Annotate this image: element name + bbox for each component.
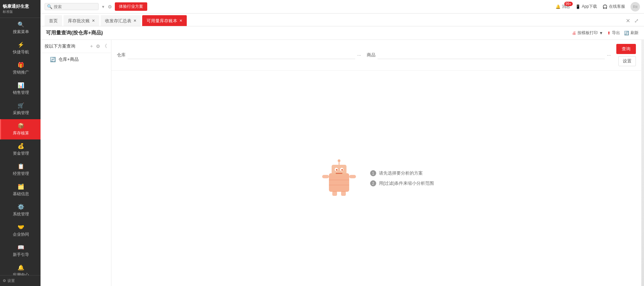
sidebar-item-newbie[interactable]: 📖新手引导 bbox=[0, 241, 41, 261]
scheme-item-warehouse-goods[interactable]: 🔄 仓库+商品 bbox=[41, 53, 111, 66]
hint-1-text: 请先选择要分析的方案 bbox=[379, 170, 423, 176]
sidebar-item-basics[interactable]: 🗂️基础信息 bbox=[0, 180, 41, 200]
hint-2-text: 用[过滤]条件来缩小分析范围 bbox=[379, 180, 434, 186]
sidebar-label-search: 搜索菜单 bbox=[13, 29, 29, 35]
refresh-label: 刷新 bbox=[630, 30, 639, 36]
tab-batch_accounts[interactable]: 库存批次账✕ bbox=[63, 15, 99, 26]
sidebar-item-marketing_promo[interactable]: 🎁营销推广 bbox=[0, 58, 41, 79]
main-area: 🔍 ▼ ⚙ 体验行业方案 🔔 消息 99+ 📱 App下载 🎧 在线客服 Rit bbox=[41, 0, 644, 286]
sidebar-label-shortcut: 快捷导航 bbox=[13, 49, 29, 55]
svg-point-4 bbox=[336, 169, 337, 171]
avatar[interactable]: Rit bbox=[630, 2, 640, 11]
add-scheme-icon[interactable]: ＋ bbox=[89, 43, 94, 49]
svg-rect-1 bbox=[332, 165, 346, 176]
svg-rect-6 bbox=[336, 173, 342, 174]
sidebar-item-sales[interactable]: 📊销售管理 bbox=[0, 79, 41, 99]
sidebar-item-inventory[interactable]: 📦库存核算 bbox=[0, 119, 41, 139]
warehouse-more-icon[interactable]: ··· bbox=[357, 52, 361, 58]
operations-icon: 📋 bbox=[18, 163, 24, 170]
notifications-item[interactable]: 🔔 消息 99+ bbox=[556, 4, 570, 9]
svg-point-14 bbox=[338, 159, 340, 162]
sidebar-logo: 畅康通好生意 标准版 bbox=[0, 0, 41, 18]
close-tab-receive_summary[interactable]: ✕ bbox=[133, 19, 136, 23]
tab-home[interactable]: 首页 bbox=[45, 15, 62, 26]
print-dropdown-icon: ▼ bbox=[599, 31, 603, 35]
print-template-action[interactable]: 🖨 按模板打印 ▼ bbox=[572, 30, 603, 36]
export-action[interactable]: ⬆ 导出 bbox=[607, 30, 620, 36]
empty-hint-2: 2 用[过滤]条件来缩小分析范围 bbox=[370, 180, 434, 186]
sidebar-bottom-label: 设置 bbox=[7, 278, 15, 283]
online-support-item[interactable]: 🎧 在线客服 bbox=[602, 4, 625, 9]
page-title: 可用量查询(按仓库+商品) bbox=[46, 30, 103, 36]
dropdown-icon[interactable]: ▼ bbox=[101, 5, 105, 9]
goods-more-icon[interactable]: ··· bbox=[607, 52, 611, 58]
goods-input[interactable] bbox=[378, 51, 605, 59]
sidebar-label-sales: 销售管理 bbox=[13, 90, 29, 96]
sidebar-item-purchase[interactable]: 🛒采购管理 bbox=[0, 99, 41, 119]
refresh-icon: 🔄 bbox=[624, 31, 629, 35]
close-tab-available_qty_ledger[interactable]: ✕ bbox=[179, 19, 182, 23]
expand-tab-btn[interactable]: ⤢ bbox=[633, 17, 640, 25]
svg-rect-10 bbox=[341, 191, 346, 196]
print-template-label: 按模板打印 bbox=[577, 30, 598, 36]
warehouse-label: 仓库 bbox=[117, 52, 126, 58]
sidebar-item-finance[interactable]: 💰资金管理 bbox=[0, 139, 41, 160]
content-body: 按以下方案查询 ＋ ⚙ 《 🔄 仓库+商品 仓库 bbox=[41, 40, 644, 286]
right-scrollbar[interactable] bbox=[641, 40, 644, 286]
purchase-icon: 🛒 bbox=[18, 102, 24, 109]
search-input[interactable] bbox=[54, 4, 96, 9]
svg-rect-9 bbox=[332, 191, 337, 196]
svg-rect-0 bbox=[329, 173, 349, 192]
sidebar-item-shortcut[interactable]: ⚡快捷导航 bbox=[0, 38, 41, 58]
filter-panel-header: 按以下方案查询 ＋ ⚙ 《 bbox=[41, 40, 111, 53]
enterprise-icon: 🤝 bbox=[18, 224, 24, 230]
tab-receive_summary[interactable]: 收发存汇总表✕ bbox=[101, 15, 141, 26]
printer-icon: 🖨 bbox=[572, 31, 576, 35]
refresh-action[interactable]: 🔄 刷新 bbox=[624, 30, 639, 36]
warehouse-input[interactable] bbox=[128, 51, 355, 59]
empty-state: 1 请先选择要分析的方案 2 用[过滤]条件来缩小分析范围 bbox=[111, 71, 641, 286]
gear-icon[interactable]: ⚙ bbox=[108, 4, 112, 9]
header-search-box[interactable]: 🔍 bbox=[45, 3, 99, 10]
filter-panel-title: 按以下方案查询 bbox=[45, 43, 75, 49]
sidebar-item-appstore[interactable]: 🔔应用中心 bbox=[0, 261, 41, 275]
tabs-bar: 首页库存批次账✕收发存汇总表✕可用量库存账本✕ ✕ ⤢ bbox=[41, 14, 644, 26]
svg-rect-7 bbox=[322, 175, 329, 178]
empty-hints: 1 请先选择要分析的方案 2 用[过滤]条件来缩小分析范围 bbox=[370, 170, 434, 186]
sales-icon: 📊 bbox=[18, 82, 24, 88]
sidebar-item-search[interactable]: 🔍搜索菜单 bbox=[0, 18, 41, 38]
user-name: Rit bbox=[633, 5, 637, 9]
search-icon: 🔍 bbox=[18, 21, 24, 28]
close-tab-batch_accounts[interactable]: ✕ bbox=[92, 19, 95, 23]
step-2-num: 2 bbox=[370, 180, 376, 186]
inventory-icon: 📦 bbox=[18, 123, 24, 129]
app-download-item[interactable]: 📱 App下载 bbox=[575, 4, 597, 9]
close-tab-btn[interactable]: ✕ bbox=[624, 17, 632, 25]
settings-btn[interactable]: 设置 bbox=[618, 56, 636, 66]
query-btn[interactable]: 查询 bbox=[616, 44, 636, 54]
headset-icon: 🎧 bbox=[602, 4, 608, 9]
shortcut-icon: ⚡ bbox=[18, 42, 24, 48]
basics-icon: 🗂️ bbox=[18, 183, 24, 190]
svg-point-5 bbox=[341, 169, 343, 171]
app-version: 标准版 bbox=[3, 9, 13, 14]
settings-scheme-icon[interactable]: ⚙ bbox=[96, 44, 100, 49]
sidebar-item-operations[interactable]: 📋经营管理 bbox=[0, 160, 41, 180]
step-1-num: 1 bbox=[370, 170, 376, 176]
sidebar-label-purchase: 采购管理 bbox=[13, 110, 29, 116]
sidebar-settings[interactable]: ⚙ 设置 bbox=[0, 275, 41, 286]
notifications-badge: 99+ bbox=[564, 2, 573, 6]
sidebar-item-enterprise[interactable]: 🤝企业协同 bbox=[0, 220, 41, 241]
sidebar-label-newbie: 新手引导 bbox=[13, 252, 29, 258]
settings-icon: ⚙ bbox=[3, 279, 6, 283]
sidebar-item-system[interactable]: ⚙️系统管理 bbox=[0, 200, 41, 220]
query-area: 仓库 ··· 商品 ··· 查询 设置 bbox=[111, 40, 641, 286]
app-name: 畅康通好生意 bbox=[3, 3, 29, 9]
tab-available_qty_ledger[interactable]: 可用量库存账本✕ bbox=[142, 15, 187, 26]
sidebar-label-finance: 资金管理 bbox=[13, 151, 29, 156]
system-icon: ⚙️ bbox=[18, 204, 24, 210]
trial-btn[interactable]: 体验行业方案 bbox=[115, 2, 147, 11]
app-download-label: App下载 bbox=[582, 4, 597, 9]
collapse-panel-icon[interactable]: 《 bbox=[102, 43, 107, 49]
scheme-icon: 🔄 bbox=[50, 57, 56, 62]
